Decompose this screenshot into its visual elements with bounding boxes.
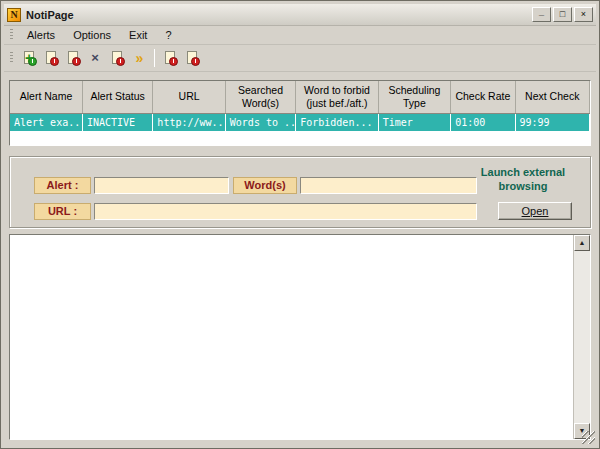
add-alert-icon[interactable]: +: [19, 48, 39, 68]
close-icon: ×: [581, 9, 586, 19]
cross-glyph: ×: [86, 49, 104, 67]
notipage-window: N NotiPage _ □ × Alerts Options Exit ? +: [0, 0, 600, 449]
col-next-check[interactable]: Next Check: [515, 81, 589, 113]
toolbar-grip-handle[interactable]: [10, 52, 13, 64]
col-word-to-forbid[interactable]: Word to forbid (just bef./aft.): [296, 81, 378, 113]
col-alert-name[interactable]: Alert Name: [10, 81, 82, 113]
table-row[interactable]: Alert exa... INACTIVE http://ww... Words…: [10, 113, 590, 131]
open-button[interactable]: Open: [498, 202, 572, 220]
maximize-button[interactable]: □: [553, 7, 572, 22]
menu-help[interactable]: ?: [156, 27, 180, 43]
alerts-table: Alert Name Alert Status URL Searched Wor…: [10, 81, 590, 131]
deactivate-alert-icon[interactable]: [63, 48, 83, 68]
chevron-glyph: »: [130, 49, 148, 67]
col-check-rate[interactable]: Check Rate: [451, 81, 515, 113]
minimize-icon: _: [539, 7, 544, 17]
url-label: URL :: [34, 203, 91, 220]
cell-scheduling-type: Timer: [378, 113, 450, 131]
launch-check-icon[interactable]: »: [129, 48, 149, 68]
menu-bar: Alerts Options Exit ?: [4, 26, 596, 45]
menu-options[interactable]: Options: [64, 27, 120, 43]
cell-url: http://ww...: [153, 113, 225, 131]
check-alert-now-icon[interactable]: [107, 48, 127, 68]
scroll-up-icon[interactable]: ▲: [574, 235, 590, 251]
power-badge: [191, 57, 200, 66]
alert-form-groupbox: Alert : Word(s) URL : Launch external br…: [9, 156, 591, 228]
cell-alert-name: Alert exa...: [10, 113, 82, 131]
words-input[interactable]: [300, 177, 477, 194]
cell-next-check: 99:99: [515, 113, 589, 131]
cell-check-rate: 01:00: [451, 113, 515, 131]
window-title: NotiPage: [26, 9, 74, 21]
app-icon: N: [7, 8, 21, 22]
delete-alert-icon[interactable]: ×: [85, 48, 105, 68]
vertical-scrollbar[interactable]: ▲ ▼: [573, 235, 590, 439]
toolbar: + × »: [4, 45, 596, 72]
col-alert-status[interactable]: Alert Status: [82, 81, 152, 113]
menu-alerts[interactable]: Alerts: [18, 27, 64, 43]
activate-alert-icon[interactable]: [41, 48, 61, 68]
stop-scheduler-icon[interactable]: [182, 48, 202, 68]
col-scheduling-type[interactable]: Scheduling Type: [378, 81, 450, 113]
alert-input[interactable]: [94, 177, 229, 194]
menu-exit[interactable]: Exit: [120, 27, 156, 43]
minimize-button[interactable]: _: [532, 7, 551, 22]
menubar-grip-handle[interactable]: [10, 29, 13, 41]
cell-searched-words: Words to ...: [225, 113, 295, 131]
close-button[interactable]: ×: [574, 7, 593, 22]
log-text-area[interactable]: ▲ ▼: [9, 234, 591, 440]
power-badge: [50, 57, 59, 66]
cell-alert-status: INACTIVE: [82, 113, 152, 131]
url-input[interactable]: [94, 203, 477, 220]
maximize-icon: □: [560, 9, 565, 19]
toolbar-separator: [154, 49, 155, 67]
power-badge: [169, 57, 178, 66]
launch-external-browsing-label: Launch external browsing: [462, 166, 584, 194]
start-scheduler-icon[interactable]: [160, 48, 180, 68]
cell-word-to-forbid: Forbidden...: [296, 113, 378, 131]
power-badge: [72, 57, 81, 66]
table-header-row: Alert Name Alert Status URL Searched Wor…: [10, 81, 590, 113]
col-url[interactable]: URL: [153, 81, 225, 113]
col-searched-words[interactable]: Searched Word(s): [225, 81, 295, 113]
alert-label: Alert :: [34, 177, 91, 194]
words-label: Word(s): [233, 177, 297, 194]
title-bar[interactable]: N NotiPage _ □ ×: [4, 4, 596, 26]
status-badge: [116, 57, 125, 66]
alerts-table-panel: Alert Name Alert Status URL Searched Wor…: [9, 80, 591, 146]
plus-glyph: +: [20, 49, 38, 67]
resize-grip[interactable]: [582, 431, 595, 444]
